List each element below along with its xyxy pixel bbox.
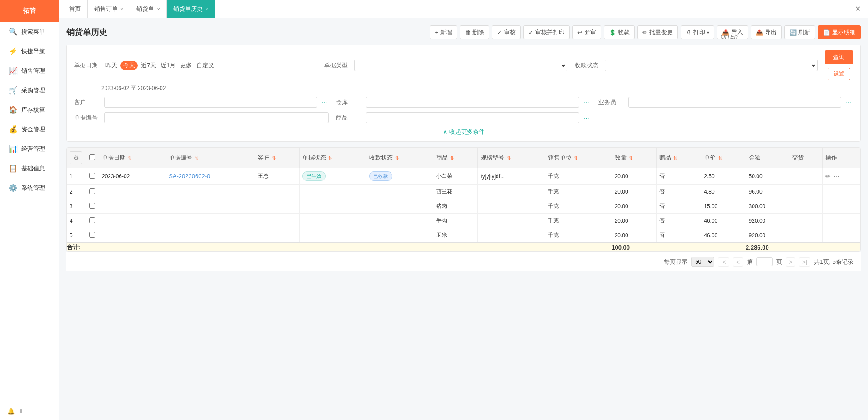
sidebar-item-search-menu[interactable]: 🔍 搜索菜单 — [0, 22, 59, 41]
audit-button[interactable]: ✓ 审核 — [492, 25, 521, 39]
warehouse-input[interactable] — [366, 97, 579, 108]
row-quantity: 20.00 — [612, 214, 656, 228]
tab-bar: 首页 销售订单 × 销货单 × 销货单历史 × ✕ — [59, 0, 868, 18]
display-detail-button[interactable]: 📄 显示明细 — [818, 25, 861, 39]
tab-home[interactable]: 首页 — [63, 0, 88, 18]
th-customer[interactable]: 客户 ⇅ — [255, 148, 299, 168]
last-page-button[interactable]: >| — [799, 257, 810, 267]
salesperson-input[interactable] — [628, 97, 842, 108]
footer-icon-right[interactable]: ⏸ — [18, 408, 24, 415]
batch-change-button[interactable]: ✏ 批量变更 — [637, 25, 678, 39]
th-product[interactable]: 商品 ⇅ — [433, 148, 478, 168]
th-doc-no[interactable]: 单据编号 ⇅ — [166, 148, 255, 168]
abandon-button[interactable]: ↩ 弃审 — [572, 25, 601, 39]
row-checkbox[interactable] — [89, 173, 95, 179]
doc-no-input[interactable] — [104, 112, 329, 123]
row-checkbox[interactable] — [89, 203, 95, 209]
row-quantity: 20.00 — [612, 185, 656, 199]
setup-button[interactable]: 设置 — [828, 68, 850, 80]
tab-sales-order[interactable]: 销售订单 × — [88, 0, 130, 18]
sidebar-item-sales-mgmt[interactable]: 📈 销售管理 — [0, 61, 59, 80]
sidebar-item-inventory-calc[interactable]: 🏠 库存核算 — [0, 100, 59, 120]
th-doc-date[interactable]: 单据日期 ⇅ — [99, 148, 166, 168]
th-settings[interactable]: ⚙ — [67, 148, 85, 168]
row-checkbox[interactable] — [89, 217, 95, 223]
select-all-checkbox[interactable] — [89, 154, 95, 160]
tab-sales-order-label: 销售订单 — [94, 5, 118, 13]
warehouse-picker-button[interactable]: ··· — [582, 99, 591, 106]
tab-sales-delivery-close[interactable]: × — [157, 6, 160, 12]
total-gift-spacer — [656, 243, 701, 251]
next-page-button[interactable]: > — [786, 257, 796, 267]
sidebar-item-ops-mgmt[interactable]: 📊 经营管理 — [0, 139, 59, 159]
th-customer-label: 客户 — [258, 154, 270, 161]
refresh-button[interactable]: 🔄 刷新 — [784, 25, 815, 39]
total-quantity: 100.00 — [612, 243, 656, 251]
collapse-button[interactable]: ∧ 收起更多条件 — [74, 128, 853, 136]
page-size-select[interactable]: 20 50 100 — [691, 257, 714, 267]
audit-print-icon: ✓ — [528, 29, 533, 36]
audit-print-button[interactable]: ✓ 审核并打印 — [523, 25, 570, 39]
print-button[interactable]: 🖨 打印 ▾ — [681, 25, 714, 39]
tab-sales-history[interactable]: 销货单历史 × — [167, 0, 215, 18]
th-quantity[interactable]: 数量 ⇅ — [612, 148, 656, 168]
collect-button[interactable]: 💲 收款 — [604, 25, 635, 39]
collect-status-select[interactable] — [605, 60, 818, 71]
edit-action-icon[interactable]: ✏ — [825, 173, 831, 180]
sidebar-item-purchase-mgmt[interactable]: 🛒 采购管理 — [0, 80, 59, 100]
audit-icon: ✓ — [497, 29, 502, 36]
th-amount[interactable]: 金额 — [746, 148, 789, 168]
th-spec[interactable]: 规格型号 ⇅ — [478, 148, 545, 168]
product-picker-button[interactable]: ··· — [582, 114, 591, 121]
tab-sales-order-close[interactable]: × — [120, 6, 123, 12]
delete-button[interactable]: 🗑 删除 — [460, 25, 489, 39]
row-checkbox[interactable] — [89, 232, 95, 238]
brand-logo: 拓管 — [0, 0, 59, 22]
tab-sales-delivery[interactable]: 销货单 × — [130, 0, 166, 18]
query-button[interactable]: 查询 — [825, 50, 853, 64]
th-doc-status[interactable]: 单据状态 ⇅ — [299, 148, 366, 168]
th-collect-status[interactable]: 收款状态 ⇅ — [366, 148, 433, 168]
customer-input[interactable] — [104, 97, 317, 108]
th-trade[interactable]: 交货 — [789, 148, 822, 168]
th-checkbox[interactable] — [85, 148, 99, 168]
shortcut-yesterday[interactable]: 昨天 — [104, 61, 119, 70]
product-input[interactable] — [366, 112, 579, 123]
doc-type-select[interactable] — [354, 60, 567, 71]
date-label: 单据日期 — [74, 61, 101, 70]
th-unit-price[interactable]: 单价 ⇅ — [701, 148, 746, 168]
th-gift[interactable]: 赠品 ⇅ — [656, 148, 701, 168]
table-settings-gear[interactable]: ⚙ — [70, 151, 82, 164]
row-checkbox[interactable] — [89, 188, 95, 194]
row-checkbox-cell — [85, 228, 99, 243]
row-amount: 920.00 — [746, 214, 789, 228]
sidebar-item-basic-info[interactable]: 📋 基础信息 — [0, 159, 59, 178]
shortcut-custom[interactable]: 自定义 — [195, 61, 216, 70]
window-close-button[interactable]: ✕ — [851, 5, 864, 13]
inventory-calc-icon: 🏠 — [9, 105, 18, 114]
first-page-button[interactable]: |< — [718, 257, 729, 267]
shortcut-more[interactable]: 更多 — [179, 61, 193, 70]
table-row: 12023-06-02SA-20230602-0王总已生效已收款小白菜tyjyj… — [67, 168, 860, 185]
more-action-icon[interactable]: ⋯ — [833, 173, 840, 180]
sidebar-item-quick-nav[interactable]: ⚡ 快捷导航 — [0, 41, 59, 61]
salesperson-picker-button[interactable]: ··· — [844, 99, 853, 106]
doc-no-link[interactable]: SA-20230602-0 — [169, 173, 210, 180]
shortcut-week[interactable]: 近7天 — [140, 61, 157, 70]
row-unit-price: 4.80 — [701, 185, 746, 199]
footer-icon-left[interactable]: 🔔 — [7, 408, 15, 415]
page-number-input[interactable]: 1 — [756, 257, 773, 266]
customer-picker-button[interactable]: ··· — [320, 99, 329, 106]
sidebar-item-sys-mgmt[interactable]: ⚙️ 系统管理 — [0, 178, 59, 198]
prev-page-button[interactable]: < — [733, 257, 743, 267]
th-sales-unit[interactable]: 销售单位 ⇅ — [545, 148, 612, 168]
export-button[interactable]: 📤 导出 — [751, 25, 782, 39]
sidebar-item-label: 系统管理 — [21, 184, 45, 192]
collapse-label: 收起更多条件 — [449, 128, 485, 136]
shortcut-month[interactable]: 近1月 — [159, 61, 177, 70]
tab-sales-history-close[interactable]: × — [206, 6, 208, 12]
new-button[interactable]: + 新增 — [430, 25, 457, 39]
shortcut-today[interactable]: 今天 — [120, 61, 138, 70]
sidebar-item-fund-mgmt[interactable]: 💰 资金管理 — [0, 120, 59, 139]
row-doc-date: 2023-06-02 — [99, 168, 166, 185]
